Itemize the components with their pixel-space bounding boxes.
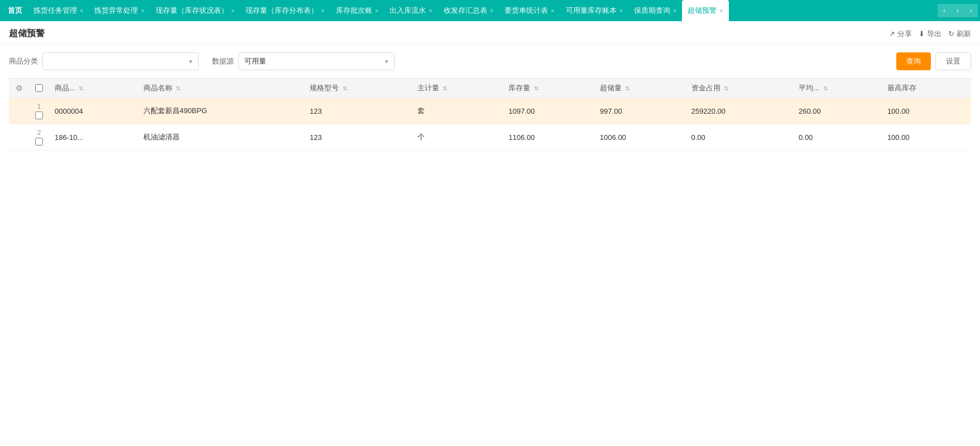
nav-item-stock-status[interactable]: 现存量（库存状况表） × [150, 0, 240, 21]
close-pick-exception[interactable]: × [141, 7, 144, 14]
row-over-stock-0: 997.00 [594, 98, 686, 124]
nav-item-flow[interactable]: 出入库流水 × [384, 0, 438, 21]
table-row: 1 0000004 六配套新昌490BPG 123 套 1097.00 997.… [9, 98, 971, 124]
page-content: 超储预警 ↗ 分享 ⬇ 导出 ↻ 刷新 商品分类 ▾ 数据源 [0, 21, 980, 446]
refresh-icon: ↻ [948, 30, 954, 38]
query-button[interactable]: 查询 [896, 52, 931, 70]
row-product-name-1: 机油滤清器 [138, 124, 304, 151]
row-seq-0: 1 [29, 98, 49, 124]
row-product-name-0: 六配套新昌490BPG [138, 98, 304, 124]
close-shelf-life[interactable]: × [673, 7, 676, 14]
refresh-button[interactable]: ↻ 刷新 [948, 29, 971, 39]
page-title: 超储预警 [9, 28, 45, 40]
category-select[interactable]: ▾ [42, 52, 199, 70]
close-stock-dist[interactable]: × [321, 7, 324, 14]
chevron-down-icon: ▾ [189, 58, 193, 65]
col-over-stock-header: 超储量 ⇅ [594, 79, 686, 98]
sort-product-name-icon[interactable]: ⇅ [176, 85, 180, 91]
col-max-stock-header: 最高库存 [882, 79, 971, 98]
nav-item-stock-dist[interactable]: 现存量（库存分布表） × [240, 0, 330, 21]
sort-capital-icon[interactable]: ⇅ [724, 85, 728, 91]
filter-buttons: 查询 设置 [896, 52, 971, 70]
datasource-label: 数据源 [212, 56, 234, 66]
row-seq-1: 2 [29, 124, 49, 151]
close-available-book[interactable]: × [619, 7, 623, 14]
nav-arrow-right[interactable]: › [951, 4, 964, 17]
share-button[interactable]: ↗ 分享 [889, 29, 912, 39]
sort-stock-icon[interactable]: ⇅ [534, 85, 539, 91]
row-over-stock-1: 1006.00 [594, 124, 686, 151]
table-container: ⚙ 商品... ⇅ 商品名称 ⇅ [0, 78, 980, 151]
row-gear-0 [9, 98, 29, 124]
nav-arrows: ‹ › › [938, 4, 978, 17]
nav-item-summary[interactable]: 收发存汇总表 × [438, 0, 499, 21]
row-capital-0: 259220.00 [686, 98, 794, 124]
nav-item-order-stat[interactable]: 要货单统计表 × [499, 0, 560, 21]
close-overstock[interactable]: × [719, 7, 723, 14]
col-check-header [29, 79, 49, 98]
col-product-code-header: 商品... ⇅ [49, 79, 138, 98]
datasource-select-value: 可用量 [244, 56, 266, 66]
row-max-stock-1: 100.00 [882, 124, 971, 151]
col-capital-header: 资金占用 ⇅ [686, 79, 794, 98]
close-pick-task[interactable]: × [80, 7, 83, 14]
nav-bar: 首页 拣货任务管理 × 拣货异常处理 × 现存量（库存状况表） × 现存量（库存… [0, 0, 980, 21]
col-stock-header: 库存量 ⇅ [503, 79, 594, 98]
row-avg-1: 0.00 [793, 124, 882, 151]
row-checkbox-0[interactable] [35, 112, 43, 119]
category-label: 商品分类 [9, 56, 38, 66]
nav-item-available-book[interactable]: 可用量库存账本 × [560, 0, 628, 21]
row-max-stock-0: 100.00 [882, 98, 971, 124]
row-product-code-1: 186-10... [49, 124, 138, 151]
nav-arrow-left[interactable]: ‹ [938, 4, 951, 17]
share-icon: ↗ [889, 30, 895, 38]
row-stock-0: 1097.00 [503, 98, 594, 124]
category-filter: 商品分类 ▾ [9, 52, 199, 70]
close-flow[interactable]: × [429, 7, 432, 14]
row-unit-1: 个 [412, 124, 503, 151]
sort-spec-icon[interactable]: ⇅ [343, 85, 347, 91]
header-actions: ↗ 分享 ⬇ 导出 ↻ 刷新 [889, 29, 971, 39]
sort-over-stock-icon[interactable]: ⇅ [625, 85, 630, 91]
col-spec-header: 规格型号 ⇅ [304, 79, 412, 98]
filter-area: 商品分类 ▾ 数据源 可用量 ▾ 查询 设置 [0, 45, 980, 78]
settings-button[interactable]: 设置 [935, 52, 971, 70]
col-unit-header: 主计量 ⇅ [412, 79, 503, 98]
nav-item-shelf-life[interactable]: 保质期查询 × [628, 0, 682, 21]
close-stock-status[interactable]: × [231, 7, 234, 14]
sort-unit-icon[interactable]: ⇅ [443, 85, 447, 91]
page-header: 超储预警 ↗ 分享 ⬇ 导出 ↻ 刷新 [0, 21, 980, 45]
row-checkbox-1[interactable] [35, 138, 43, 146]
datasource-chevron-down-icon: ▾ [385, 58, 388, 65]
nav-arrow-more[interactable]: › [964, 4, 978, 17]
export-icon: ⬇ [919, 30, 925, 38]
col-avg-header: 平均... ⇅ [793, 79, 882, 98]
datasource-select[interactable]: 可用量 ▾ [238, 52, 395, 70]
select-all-checkbox[interactable] [35, 84, 43, 92]
sort-product-code-icon[interactable]: ⇅ [79, 85, 83, 91]
close-batch-account[interactable]: × [375, 7, 378, 14]
row-avg-0: 260.00 [793, 98, 882, 124]
settings-gear-icon[interactable]: ⚙ [16, 84, 23, 93]
sort-avg-icon[interactable]: ⇅ [823, 85, 828, 91]
nav-item-pick-exception[interactable]: 拣货异常处理 × [89, 0, 150, 21]
row-gear-1 [9, 124, 29, 151]
table-header-row: ⚙ 商品... ⇅ 商品名称 ⇅ [9, 79, 971, 98]
export-button[interactable]: ⬇ 导出 [919, 29, 941, 39]
nav-item-overstock[interactable]: 超储预警 × [682, 0, 728, 21]
row-spec-0: 123 [304, 98, 412, 124]
nav-item-home[interactable]: 首页 [2, 0, 28, 21]
row-spec-1: 123 [304, 124, 412, 151]
row-product-code-0: 0000004 [49, 98, 138, 124]
nav-item-pick-task[interactable]: 拣货任务管理 × [28, 0, 89, 21]
close-summary[interactable]: × [490, 7, 493, 14]
table-body: 1 0000004 六配套新昌490BPG 123 套 1097.00 997.… [9, 98, 971, 151]
row-stock-1: 1106.00 [503, 124, 594, 151]
row-unit-0: 套 [412, 98, 503, 124]
col-gear-header: ⚙ [9, 79, 29, 98]
nav-item-batch-account[interactable]: 库存批次账 × [330, 0, 384, 21]
col-product-name-header: 商品名称 ⇅ [138, 79, 304, 98]
table-row: 2 186-10... 机油滤清器 123 个 1106.00 1006.00 … [9, 124, 971, 151]
datasource-filter: 数据源 可用量 ▾ [212, 52, 395, 70]
close-order-stat[interactable]: × [551, 7, 554, 14]
